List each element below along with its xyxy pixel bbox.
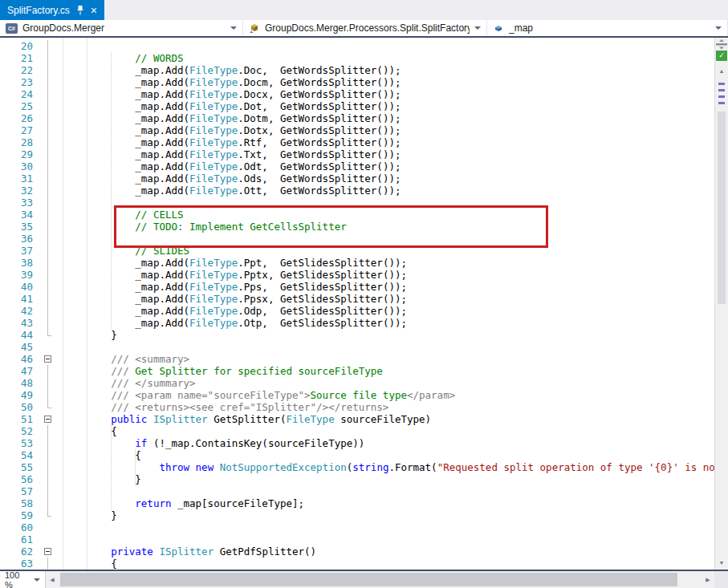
code-line[interactable]: 26 _map.Add(FileType.Dotm, GetWordsSplit… xyxy=(0,112,714,124)
collapse-toggle-icon[interactable] xyxy=(39,545,63,558)
code-line[interactable]: 23 _map.Add(FileType.Docm, GetWordsSplit… xyxy=(0,76,714,88)
code-line[interactable]: 52 { xyxy=(0,425,714,437)
outlining-margin xyxy=(39,558,63,570)
line-number: 31 xyxy=(0,172,39,185)
outlining-margin xyxy=(39,425,63,437)
code-line[interactable]: 22 _map.Add(FileType.Doc, GetWordsSplitt… xyxy=(0,64,714,76)
code-line[interactable]: 27 _map.Add(FileType.Dotx, GetWordsSplit… xyxy=(0,124,714,136)
close-icon[interactable]: × xyxy=(91,5,97,16)
line-number: 53 xyxy=(0,437,39,449)
line-number: 59 xyxy=(0,509,39,521)
code-text: /// <param name="sourceFileType">Source … xyxy=(63,389,455,401)
code-text: _map.Add(FileType.Docx, GetWordsSplitter… xyxy=(63,88,401,100)
line-number: 48 xyxy=(0,377,39,389)
code-line[interactable]: 24 _map.Add(FileType.Docx, GetWordsSplit… xyxy=(0,88,714,100)
splitter-handle-icon[interactable] xyxy=(716,39,727,49)
code-line[interactable]: 20 xyxy=(0,40,714,52)
code-line[interactable]: 28 _map.Add(FileType.Rtf, GetWordsSplitt… xyxy=(0,136,714,148)
code-line[interactable]: 59 } xyxy=(0,509,714,521)
scroll-right-arrow[interactable]: ▶ xyxy=(702,571,714,588)
tab-splitfactory[interactable]: SplitFactory.cs × xyxy=(0,0,104,20)
scroll-up-arrow[interactable]: ▲ xyxy=(715,66,728,77)
code-line[interactable]: 58 return _map[sourceFileType]; xyxy=(0,497,714,509)
code-text: _map.Add(FileType.Dot, GetWordsSplitter(… xyxy=(63,100,401,112)
code-line[interactable]: 47 /// Get Splitter for specified source… xyxy=(0,365,714,377)
vertical-scrollbar[interactable]: ✓ ▲ ▼ xyxy=(714,38,728,570)
code-line[interactable]: 53 if (!_map.ContainsKey(sourceFileType)… xyxy=(0,437,714,449)
code-text: throw new NotSupportedException(string.F… xyxy=(63,461,714,473)
code-line[interactable]: 60 xyxy=(0,521,714,533)
code-line[interactable]: 29 _map.Add(FileType.Txt, GetWordsSplitt… xyxy=(0,148,714,160)
collapse-toggle-icon[interactable] xyxy=(39,353,63,365)
line-number: 46 xyxy=(0,353,39,365)
code-line[interactable]: 38 _map.Add(FileType.Ppt, GetSlidesSplit… xyxy=(0,257,714,269)
code-text: _map.Add(FileType.Ppt, GetSlidesSplitter… xyxy=(63,257,407,269)
outlining-margin xyxy=(39,317,63,329)
code-line[interactable]: 61 xyxy=(0,533,714,545)
code-line[interactable]: 30 _map.Add(FileType.Odt, GetWordsSplitt… xyxy=(0,160,714,172)
outlining-margin xyxy=(39,88,63,100)
line-number: 38 xyxy=(0,257,39,269)
code-line[interactable]: 42 _map.Add(FileType.Odp, GetSlidesSplit… xyxy=(0,305,714,317)
code-line[interactable]: 51 public ISplitter GetSplitter(FileType… xyxy=(0,413,714,425)
outlining-margin xyxy=(39,305,63,317)
horizontal-scrollbar[interactable]: ◀ ▶ xyxy=(46,571,714,588)
code-line[interactable]: 62 private ISplitter GetPdfSplitter() xyxy=(0,545,714,558)
code-line[interactable]: 45 xyxy=(0,341,714,353)
code-text: /// <summary> xyxy=(63,353,189,365)
horizontal-scrollbar-thumb[interactable] xyxy=(60,573,677,586)
health-check-icon[interactable]: ✓ xyxy=(716,51,727,61)
member-dropdown[interactable]: _map xyxy=(487,20,728,36)
code-line[interactable]: 55 throw new NotSupportedException(strin… xyxy=(0,461,714,473)
code-line[interactable]: 25 _map.Add(FileType.Dot, GetWordsSplitt… xyxy=(0,100,714,112)
project-dropdown[interactable]: C# GroupDocs.Merger xyxy=(0,20,243,36)
line-number: 43 xyxy=(0,317,39,329)
code-line[interactable]: 63 { xyxy=(0,558,714,570)
code-text: _map.Add(FileType.Dotx, GetWordsSplitter… xyxy=(63,124,401,136)
code-text: // WORDS xyxy=(63,52,184,64)
outlining-margin xyxy=(39,257,63,269)
code-line[interactable]: 41 _map.Add(FileType.Ppsx, GetSlidesSpli… xyxy=(0,293,714,305)
navigation-bar: C# GroupDocs.Merger GroupDocs.Merger.Pro… xyxy=(0,20,728,38)
code-line[interactable]: 50 /// <returns><see cref="ISplitter"/><… xyxy=(0,401,714,413)
horizontal-scrollbar-track[interactable] xyxy=(59,571,702,588)
outlining-margin xyxy=(39,509,63,521)
type-dropdown[interactable]: GroupDocs.Merger.Processors.Split.SplitF… xyxy=(243,20,487,36)
code-editor[interactable]: 2021 // WORDS22 _map.Add(FileType.Doc, G… xyxy=(0,38,728,570)
code-line[interactable]: 39 _map.Add(FileType.Pptx, GetSlidesSpli… xyxy=(0,269,714,281)
tab-title: SplitFactory.cs xyxy=(7,5,70,16)
code-line[interactable]: 46 /// <summary> xyxy=(0,353,714,365)
line-number: 60 xyxy=(0,521,39,533)
line-number: 34 xyxy=(0,209,39,221)
code-line[interactable]: 56 } xyxy=(0,473,714,485)
code-line[interactable]: 49 /// <param name="sourceFileType">Sour… xyxy=(0,389,714,401)
line-number: 25 xyxy=(0,100,39,112)
pin-icon[interactable] xyxy=(76,5,84,15)
code-text: _map.Add(FileType.Dotm, GetWordsSplitter… xyxy=(63,112,401,124)
code-text: { xyxy=(63,449,141,461)
code-line[interactable]: 48 /// </summary> xyxy=(0,377,714,389)
line-number: 39 xyxy=(0,269,39,281)
scroll-down-arrow[interactable]: ▼ xyxy=(715,558,728,569)
code-text: _map.Add(FileType.Doc, GetWordsSplitter(… xyxy=(63,64,401,76)
collapse-toggle-icon[interactable] xyxy=(39,413,63,425)
code-text: _map.Add(FileType.Pps, GetSlidesSplitter… xyxy=(63,281,407,293)
scroll-left-arrow[interactable]: ◀ xyxy=(46,571,59,588)
vertical-scrollbar-thumb[interactable] xyxy=(718,112,726,304)
zoom-control[interactable]: 100 % xyxy=(0,571,46,588)
code-line[interactable]: 44 } xyxy=(0,329,714,341)
code-line[interactable]: 40 _map.Add(FileType.Pps, GetSlidesSplit… xyxy=(0,281,714,293)
code-line[interactable]: 31 _map.Add(FileType.Ods, GetWordsSplitt… xyxy=(0,172,714,185)
code-text: _map.Add(FileType.Rtf, GetWordsSplitter(… xyxy=(63,136,401,148)
code-lines[interactable]: 2021 // WORDS22 _map.Add(FileType.Doc, G… xyxy=(0,38,714,570)
code-line[interactable]: 57 xyxy=(0,485,714,497)
outlining-margin xyxy=(39,449,63,461)
code-line[interactable]: 32 _map.Add(FileType.Ott, GetWordsSplitt… xyxy=(0,185,714,197)
code-line[interactable]: 21 // WORDS xyxy=(0,52,714,64)
line-number: 21 xyxy=(0,52,39,64)
code-line[interactable]: 54 { xyxy=(0,449,714,461)
line-number: 45 xyxy=(0,341,39,353)
code-line[interactable]: 43 _map.Add(FileType.Otp, GetSlidesSplit… xyxy=(0,317,714,329)
class-icon xyxy=(249,22,260,34)
line-number: 37 xyxy=(0,245,39,257)
